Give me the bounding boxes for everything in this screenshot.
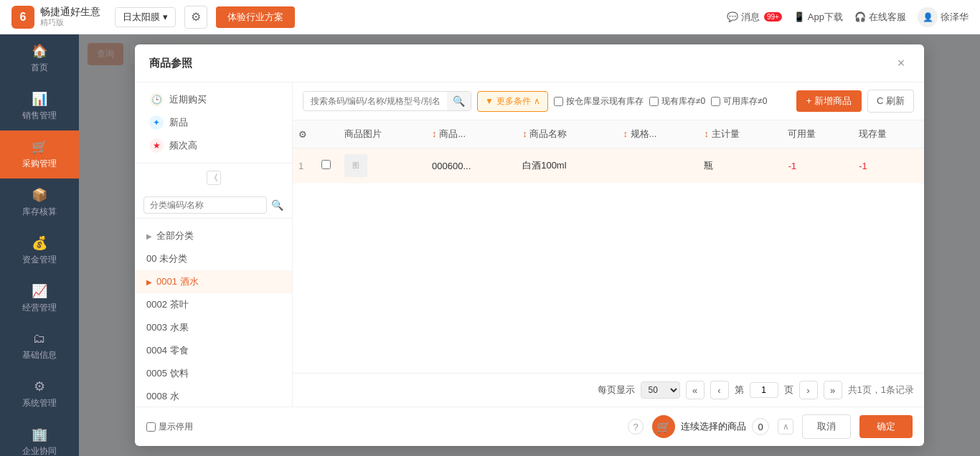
- sidebar-item-finance[interactable]: 💰 资金管理: [0, 227, 79, 275]
- cat-item-fruit[interactable]: 0003 水果: [135, 316, 292, 339]
- col-settings[interactable]: ⚙: [293, 120, 316, 148]
- sidebar-item-label-home: 首页: [31, 62, 48, 74]
- sidebar-item-home[interactable]: 🏠 首页: [0, 34, 79, 82]
- quick-item-frequent[interactable]: ★ 频次高: [143, 134, 283, 157]
- dropdown-icon: ▾: [163, 11, 168, 22]
- cat-item-tea[interactable]: 0002 茶叶: [135, 293, 292, 316]
- per-page-select[interactable]: 50 20 100: [641, 381, 680, 399]
- service-label: 在线客服: [869, 11, 906, 24]
- confirm-button[interactable]: 确定: [859, 415, 913, 438]
- page-number-input[interactable]: [750, 382, 778, 398]
- page-total: 共1页，1条记录: [848, 384, 914, 396]
- col-checkbox: [316, 120, 339, 148]
- trial-btn[interactable]: 体验行业方案: [216, 6, 295, 28]
- checkbox-positive-stock-label: 现有库存≠0: [661, 95, 705, 108]
- sidebar-item-label-basic: 基础信息: [22, 349, 57, 361]
- prev-page-btn[interactable]: ‹: [710, 381, 729, 399]
- checkbox-by-warehouse-input[interactable]: [554, 97, 563, 106]
- cell-available: -1: [782, 148, 853, 184]
- table-row[interactable]: 1 图 000600... 白酒100ml 瓶: [293, 148, 924, 184]
- user-area[interactable]: 👤 徐泽华: [918, 7, 969, 27]
- sidebar-item-enterprise[interactable]: 🏢 企业协同: [0, 418, 79, 456]
- message-label: 消息: [741, 11, 760, 24]
- show-disabled-checkbox[interactable]: [146, 422, 156, 432]
- checkbox-available-stock-label: 可用库存≠0: [723, 95, 767, 108]
- sidebar-item-inventory[interactable]: 📦 库存核算: [0, 179, 79, 227]
- checkbox-positive-stock[interactable]: 现有库存≠0: [649, 95, 705, 108]
- last-page-btn[interactable]: »: [824, 381, 842, 399]
- cell-num: 1: [293, 148, 316, 184]
- cat-item-fruit-label: 0003 水果: [146, 321, 189, 334]
- cat-item-water[interactable]: 0008 水: [135, 385, 292, 407]
- col-code[interactable]: ↕ 商品...: [426, 120, 517, 148]
- logo-sub: 精巧版: [40, 17, 100, 28]
- sidebar-item-system[interactable]: ⚙ 系统管理: [0, 370, 79, 418]
- cancel-button[interactable]: 取消: [802, 414, 851, 439]
- sidebar-item-sales[interactable]: 📊 销售管理: [0, 82, 79, 130]
- checkbox-positive-stock-input[interactable]: [649, 97, 659, 106]
- user-name: 徐泽华: [941, 11, 969, 24]
- category-search-icon[interactable]: 🔍: [271, 199, 283, 211]
- logo-text-block: 畅捷通好生意 精巧版: [40, 6, 100, 29]
- quick-item-new[interactable]: ✦ 新品: [143, 111, 283, 134]
- cell-checkbox[interactable]: [316, 148, 339, 184]
- checkbox-available-stock[interactable]: 可用库存≠0: [711, 95, 767, 108]
- logo-text: 畅捷通好生意: [40, 6, 100, 18]
- cell-spec: [617, 148, 698, 184]
- next-page-btn[interactable]: ›: [799, 381, 818, 399]
- category-search: 🔍: [135, 192, 292, 219]
- quick-item-recent[interactable]: 🕒 近期购买: [143, 88, 283, 111]
- page-text-label: 第: [735, 384, 744, 396]
- settings-button[interactable]: ⚙: [184, 6, 207, 29]
- sidebar-item-label-finance: 资金管理: [22, 254, 57, 266]
- first-page-btn[interactable]: «: [686, 381, 705, 399]
- header-right: 💬 消息 99+ 📱 App下载 🎧 在线客服 👤 徐泽华: [727, 7, 969, 27]
- checkbox-available-stock-input[interactable]: [711, 97, 720, 106]
- filter-label: 更多条件: [496, 95, 531, 108]
- per-page-label: 每页显示: [598, 384, 635, 396]
- sidebar-item-basic[interactable]: 🗂 基础信息: [0, 323, 79, 370]
- online-service-btn[interactable]: 🎧 在线客服: [854, 11, 906, 24]
- cat-item-all[interactable]: ▶ 全部分类: [135, 224, 292, 247]
- col-name-sort-icon: ↕: [522, 128, 527, 139]
- collapse-panel-btn[interactable]: 《: [207, 171, 221, 185]
- user-avatar: 👤: [918, 7, 938, 27]
- cart-label: 连续选择的商品: [681, 420, 746, 433]
- product-img: 图: [344, 154, 367, 177]
- filter-icon: ▼: [485, 96, 494, 106]
- col-name[interactable]: ↕ 商品名称: [517, 120, 617, 148]
- cat-item-beverage[interactable]: 0005 饮料: [135, 362, 292, 385]
- modal-close-button[interactable]: ×: [892, 54, 910, 72]
- basic-icon: 🗂: [33, 331, 46, 346]
- modal-footer: 显示停用 ? 🛒 连续选择的商品 0 ∧ 取消 确定: [135, 407, 924, 446]
- col-unit[interactable]: ↕ 主计量: [698, 120, 782, 148]
- service-icon: 🎧: [854, 11, 866, 22]
- checkbox-by-warehouse-label: 按仓库显示现有库存: [566, 95, 644, 108]
- category-search-input[interactable]: [143, 196, 267, 214]
- add-product-btn[interactable]: + 新增商品: [796, 90, 862, 112]
- logo-icon: 6: [11, 6, 34, 29]
- col-spec[interactable]: ↕ 规格...: [617, 120, 698, 148]
- collapse-cart-btn[interactable]: ∧: [778, 419, 793, 434]
- sidebar-item-purchase[interactable]: 🛒 采购管理: [0, 130, 79, 179]
- show-disabled-label[interactable]: 显示停用: [146, 421, 193, 433]
- cat-item-snack[interactable]: 0004 零食: [135, 339, 292, 362]
- checkbox-by-warehouse[interactable]: 按仓库显示现有库存: [554, 95, 644, 108]
- product-search-input[interactable]: [303, 92, 447, 110]
- cart-icon[interactable]: 🛒: [652, 415, 675, 438]
- row-checkbox[interactable]: [321, 160, 331, 169]
- refresh-table-btn[interactable]: C 刷新: [867, 90, 914, 113]
- sidebar-item-operation[interactable]: 📈 经营管理: [0, 275, 79, 323]
- modal-header: 商品参照 ×: [135, 44, 924, 82]
- sidebar-item-label-operation: 经营管理: [22, 302, 57, 314]
- store-selector[interactable]: 日太阳膜 ▾: [115, 7, 176, 27]
- message-badge: 99+: [764, 12, 782, 22]
- cat-item-liquor[interactable]: ▶ 0001 酒水: [135, 270, 292, 293]
- more-filter-btn[interactable]: ▼ 更多条件 ∧: [477, 91, 548, 112]
- messages-btn[interactable]: 💬 消息 99+: [727, 11, 782, 24]
- search-icon[interactable]: 🔍: [447, 92, 471, 110]
- cat-item-uncategorized[interactable]: 00 未分类: [135, 247, 292, 270]
- help-icon[interactable]: ?: [628, 419, 644, 434]
- app-download-btn[interactable]: 📱 App下载: [793, 11, 843, 24]
- logo-area: 6 畅捷通好生意 精巧版: [11, 6, 100, 29]
